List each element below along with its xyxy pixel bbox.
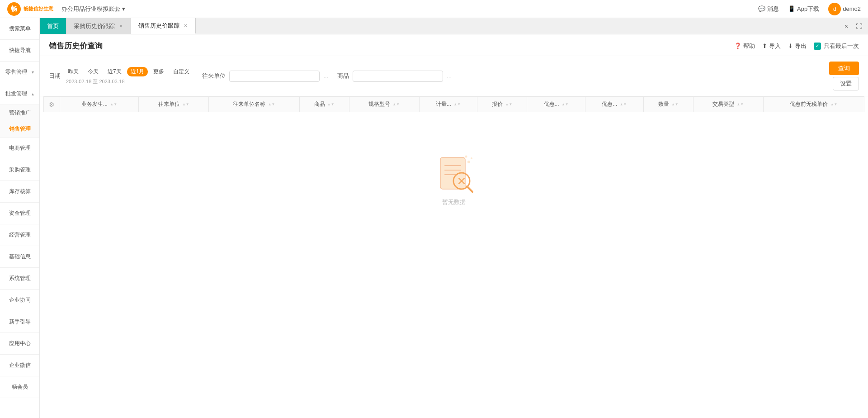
user-action[interactable]: d demo2 <box>828 3 861 15</box>
sidebar: 搜索菜单 快捷导航 零售管理 ▾ 批发管理 ▴ 营销推广 销售管理 电商管理 采… <box>0 18 40 418</box>
col-counterparty-name[interactable]: 往来单位名称 ▲▼ <box>209 97 299 112</box>
sidebar-label-quick-nav: 快捷导航 <box>9 47 31 54</box>
sidebar-item-wholesale-mgmt[interactable]: 批发管理 ▴ <box>0 83 39 105</box>
sidebar-label-finance-mgmt: 资金管理 <box>9 209 31 217</box>
sidebar-item-operations-mgmt[interactable]: 经营管理 <box>0 224 39 246</box>
logo-area: 畅 畅捷信好生意 <box>7 2 53 16</box>
sidebar-item-enterprise-wechat[interactable]: 企业微信 <box>0 355 39 376</box>
tab-sales-history-close[interactable]: × <box>183 22 188 30</box>
date-btn-custom[interactable]: 自定义 <box>170 67 193 76</box>
col-biz-date-sort: ▲▼ <box>110 102 117 106</box>
col-discount1-label: 优惠... <box>544 101 559 107</box>
tab-purchase-history-label: 采购历史价跟踪 <box>74 22 115 30</box>
empty-state: 暂无数据 <box>43 112 864 242</box>
message-action[interactable]: 💬 消息 <box>758 5 779 13</box>
col-price[interactable]: 报价 ▲▼ <box>477 97 527 112</box>
col-quantity[interactable]: 数量 ▲▼ <box>643 97 693 112</box>
product-input[interactable] <box>353 71 443 82</box>
company-selector[interactable]: 办公用品行业模拟账套 ▾ <box>58 5 129 13</box>
help-icon: ❓ <box>734 43 741 49</box>
sidebar-label-basic-info: 基础信息 <box>9 253 31 261</box>
main-layout: 搜索菜单 快捷导航 零售管理 ▾ 批发管理 ▴ 营销推广 销售管理 电商管理 采… <box>0 18 868 418</box>
col-counterparty-name-label: 往来单位名称 <box>233 101 265 107</box>
sidebar-item-member-club[interactable]: 畅会员 <box>0 376 39 398</box>
col-price-label: 报价 <box>492 101 503 107</box>
content-area: 首页 采购历史价跟踪 × 销售历史价跟踪 × × ⛶ 销售历史价查询 <box>40 18 868 418</box>
query-button[interactable]: 查询 <box>829 62 859 75</box>
counterparty-dots[interactable]: ... <box>323 73 328 80</box>
col-counterparty-name-sort: ▲▼ <box>268 102 275 106</box>
fullscreen-button[interactable]: ⛶ <box>854 21 864 32</box>
table-settings-col[interactable]: ⚙ <box>44 97 60 112</box>
header-left: 畅 畅捷信好生意 办公用品行业模拟账套 ▾ <box>7 2 129 16</box>
col-discount1[interactable]: 优惠... ▲▼ <box>527 97 585 112</box>
col-pretax-price[interactable]: 优惠前无税单价 ▲▼ <box>763 97 864 112</box>
retail-arrow-icon: ▾ <box>32 70 34 75</box>
empty-illustration <box>429 148 479 198</box>
col-counterparty[interactable]: 往来单位 ▲▼ <box>139 97 209 112</box>
counterparty-input[interactable] <box>229 71 320 82</box>
sidebar-item-purchase-mgmt[interactable]: 采购管理 <box>0 159 39 181</box>
sidebar-label-ecommerce-mgmt: 电商管理 <box>9 144 31 152</box>
date-filter-label: 日期 <box>49 72 61 80</box>
counterparty-filter-group: 往来单位 ... <box>202 71 328 82</box>
sidebar-item-retail-mgmt[interactable]: 零售管理 ▾ <box>0 62 39 83</box>
col-biz-date[interactable]: 业务发生... ▲▼ <box>60 97 139 112</box>
import-action[interactable]: ⬆ 导入 <box>762 42 781 50</box>
top-header: 畅 畅捷信好生意 办公用品行业模拟账套 ▾ 💬 消息 📱 App下载 d dem… <box>0 0 868 18</box>
only-latest-checkbox[interactable]: ✓ <box>814 43 821 50</box>
page-header-actions: ❓ 帮助 ⬆ 导入 ⬇ 导出 ✓ 只看最后一次 <box>734 42 859 50</box>
gear-icon[interactable]: ⚙ <box>49 101 55 108</box>
col-trade-type[interactable]: 交易类型 ▲▼ <box>693 97 763 112</box>
sidebar-item-basic-info[interactable]: 基础信息 <box>0 246 39 268</box>
sidebar-item-ecommerce-mgmt[interactable]: 电商管理 <box>0 138 39 159</box>
date-btn-more[interactable]: 更多 <box>150 67 168 76</box>
export-icon: ⬇ <box>788 43 793 49</box>
close-all-tabs-button[interactable]: × <box>841 21 852 32</box>
tab-sales-history[interactable]: 销售历史价跟踪 × <box>131 18 196 34</box>
sidebar-item-new-guide[interactable]: 新手引导 <box>0 311 39 333</box>
sidebar-item-finance-mgmt[interactable]: 资金管理 <box>0 203 39 224</box>
tab-purchase-history-close[interactable]: × <box>118 22 123 30</box>
sidebar-item-quick-nav[interactable]: 快捷导航 <box>0 40 39 62</box>
help-action[interactable]: ❓ 帮助 <box>734 42 755 50</box>
sidebar-label-app-center: 应用中心 <box>9 340 31 347</box>
app-download-action[interactable]: 📱 App下载 <box>788 5 819 13</box>
export-action[interactable]: ⬇ 导出 <box>788 42 807 50</box>
table-header-row: ⚙ 业务发生... ▲▼ 往来单位 ▲▼ 往来单位名称 <box>44 97 864 112</box>
col-unit[interactable]: 计量... ▲▼ <box>419 97 477 112</box>
sidebar-label-purchase-mgmt: 采购管理 <box>9 166 31 174</box>
col-product[interactable]: 商品 ▲▼ <box>299 97 349 112</box>
col-spec[interactable]: 规格型号 ▲▼ <box>349 97 419 112</box>
sidebar-label-marketing-promo: 营销推广 <box>9 109 31 117</box>
header-right: 💬 消息 📱 App下载 d demo2 <box>758 3 861 15</box>
col-discount2[interactable]: 优惠... ▲▼ <box>585 97 644 112</box>
sidebar-item-enterprise-collab[interactable]: 企业协同 <box>0 290 39 311</box>
only-latest-area[interactable]: ✓ 只看最后一次 <box>814 42 859 50</box>
col-quantity-label: 数量 <box>658 101 669 107</box>
col-product-label: 商品 <box>314 101 325 107</box>
empty-text: 暂无数据 <box>442 198 466 206</box>
avatar-text: d <box>833 6 836 12</box>
counterparty-filter-label: 往来单位 <box>202 72 226 80</box>
settings-button[interactable]: 设置 <box>833 77 859 90</box>
filter-bar: 日期 昨天 今天 近7天 近1月 更多 自定义 2023-02-18 至 202… <box>40 56 868 96</box>
sidebar-item-system-mgmt[interactable]: 系统管理 <box>0 268 39 290</box>
sidebar-item-sales-mgmt[interactable]: 销售管理 <box>0 121 39 138</box>
date-btn-yesterday[interactable]: 昨天 <box>64 67 82 76</box>
date-btn-last7days[interactable]: 近7天 <box>104 67 125 76</box>
sidebar-item-search-menu[interactable]: 搜索菜单 <box>0 18 39 40</box>
sidebar-item-app-center[interactable]: 应用中心 <box>0 333 39 355</box>
export-label: 导出 <box>795 42 807 50</box>
sidebar-item-marketing-promo[interactable]: 营销推广 <box>0 105 39 121</box>
product-dots[interactable]: ... <box>447 73 452 80</box>
date-range-display: 2023-02-18 至 2023-03-18 <box>66 78 193 85</box>
date-btn-today[interactable]: 今天 <box>84 67 102 76</box>
date-btn-last1month[interactable]: 近1月 <box>127 67 148 76</box>
tab-home[interactable]: 首页 <box>40 18 66 34</box>
sidebar-item-inventory-check[interactable]: 库存核算 <box>0 181 39 203</box>
tab-purchase-history[interactable]: 采购历史价跟踪 × <box>66 18 131 34</box>
page-header: 销售历史价查询 ❓ 帮助 ⬆ 导入 ⬇ 导出 ✓ <box>40 34 868 56</box>
sidebar-label-retail-mgmt: 零售管理 <box>5 68 27 76</box>
only-latest-label: 只看最后一次 <box>824 42 859 50</box>
